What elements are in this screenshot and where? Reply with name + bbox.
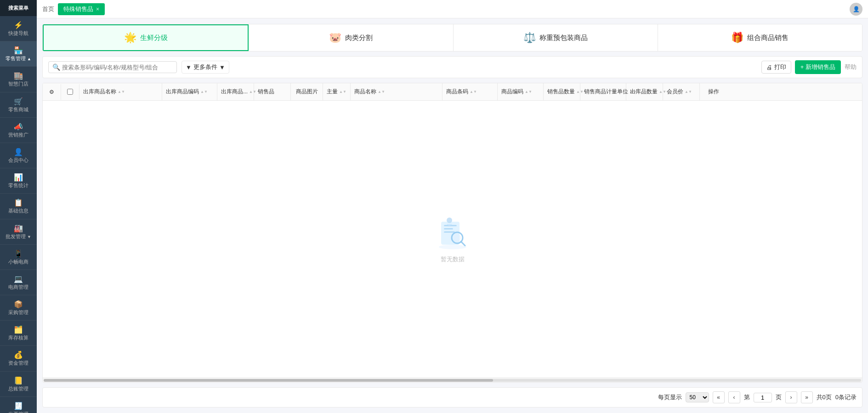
sidebar-item-stock-check[interactable]: 🗂️ 库存核算 [0, 321, 37, 346]
th-goods-img-label: 商品图片 [296, 88, 318, 96]
th-operation-label: 操作 [708, 88, 719, 96]
sidebar-item-label: 快捷导航 [2, 30, 35, 36]
sidebar-item-label: 发票管理 [2, 411, 35, 413]
sidebar-item-label: 批发管理 [6, 234, 26, 239]
sort-icon[interactable]: ▲▼ [378, 90, 385, 94]
sidebar-item-label: 零售商城 [2, 107, 35, 113]
sidebar-item-quick-nav[interactable]: ⚡ 快捷导航 [0, 16, 37, 41]
page-input[interactable] [754, 393, 772, 402]
sort-icon[interactable]: ▲▼ [525, 90, 532, 94]
table-scroll[interactable]: ⚙ 出库商品名称 ▲▼ 出库商品编码 ▲▼ 出库商品... [43, 83, 862, 101]
sort-icon[interactable]: ▲▼ [200, 90, 208, 94]
content-area: 🌟 生鲜分级 🐷 肉类分割 ⚖️ 称重预包装商品 🎁 组合商品销售 🔍 [37, 18, 868, 413]
main-content: 首页 特殊销售品 × 👤 🌟 生鲜分级 🐷 肉类分割 ⚖️ 称重预包装商品 [37, 0, 868, 413]
sidebar-item-retail-mall[interactable]: 🛒 零售商城 [0, 92, 37, 118]
quick-nav-icon: ⚡ [2, 21, 35, 29]
chevron-down-icon: ▼ [27, 235, 31, 239]
svg-point-0 [439, 245, 466, 249]
th-is-main-label: 主量 [327, 88, 338, 96]
help-button[interactable]: 帮助 [845, 63, 857, 71]
user-avatar[interactable]: 👤 [850, 3, 862, 16]
sidebar-item-ecom-mgmt[interactable]: 💻 电商管理 [0, 270, 37, 295]
sort-icon[interactable]: ▲▼ [470, 90, 477, 94]
topbar: 首页 特殊销售品 × 👤 [37, 0, 868, 18]
th-goods-name: 商品名称 ▲▼ [351, 83, 443, 100]
print-label: 打印 [774, 63, 786, 71]
th-sales-qty-label: 销售品数量 [547, 88, 575, 96]
svg-rect-3 [444, 228, 453, 229]
page-unit-label: 页 [776, 393, 782, 402]
active-tab[interactable]: 特殊销售品 × [58, 3, 105, 15]
cat-tab-label: 组合商品销售 [747, 34, 789, 42]
toolbar-right: 🖨 打印 + 新增销售品 帮助 [761, 60, 857, 74]
home-tab[interactable]: 首页 [42, 5, 54, 13]
sidebar-item-invoice-mgmt[interactable]: 🧾 发票管理 [0, 397, 37, 413]
add-sales-item-button[interactable]: + 新增销售品 [795, 60, 841, 74]
th-out-code-label: 出库商品编码 [166, 88, 199, 96]
sidebar-item-label: 小畅电商 [2, 259, 35, 265]
stock-check-icon: 🗂️ [2, 325, 35, 334]
th-goods-barcode: 商品条码 ▲▼ [443, 83, 498, 100]
sidebar-item-retail-stat[interactable]: 📊 零售统计 [0, 168, 37, 194]
sidebar-item-general-ledger[interactable]: 📒 总账管理 [0, 372, 37, 397]
sidebar-item-purchase-mgmt[interactable]: 📦 采购管理 [0, 295, 37, 321]
meat-cut-icon: 🐷 [329, 32, 341, 44]
sidebar-item-label: 资金管理 [2, 360, 35, 366]
th-check[interactable] [61, 84, 79, 99]
th-goods-code: 商品编码 ▲▼ [498, 83, 544, 100]
search-box[interactable]: 🔍 [48, 61, 177, 73]
first-page-button[interactable]: « [713, 391, 725, 403]
th-operation: 操作 [700, 83, 727, 100]
sidebar-item-member[interactable]: 👤 会员中心 [0, 143, 37, 168]
gear-settings-icon: ⚙ [49, 89, 54, 95]
per-page-select[interactable]: 50 100 200 [686, 392, 709, 402]
cat-tab-combo[interactable]: 🎁 组合商品销售 [658, 24, 862, 51]
smart-store-icon: 🏬 [2, 71, 35, 80]
table-header: ⚙ 出库商品名称 ▲▼ 出库商品编码 ▲▼ 出库商品... [43, 83, 862, 101]
finance-mgmt-icon: 💰 [2, 350, 35, 359]
cat-tab-weight-pack[interactable]: ⚖️ 称重预包装商品 [454, 24, 658, 51]
sort-icon[interactable]: ▲▼ [685, 90, 692, 94]
sidebar-item-label: 会员中心 [2, 157, 35, 163]
filter-button[interactable]: ▼ 更多条件 ▼ [182, 61, 229, 74]
close-tab-button[interactable]: × [96, 6, 99, 12]
active-tab-label: 特殊销售品 [63, 5, 93, 13]
sort-icon[interactable]: ▲▼ [339, 90, 346, 94]
th-gear[interactable]: ⚙ [43, 84, 61, 100]
cat-tab-fresh-grade[interactable]: 🌟 生鲜分级 [43, 24, 249, 51]
purchase-mgmt-icon: 📦 [2, 300, 35, 309]
sidebar-item-mini-store[interactable]: 📱 小畅电商 [0, 245, 37, 270]
th-sales-unit: 销售商品计量单位 ▲▼ [580, 83, 626, 100]
search-input[interactable] [62, 64, 172, 71]
sidebar-item-smart-store[interactable]: 🏬 智慧门店 [0, 67, 37, 92]
prev-page-button[interactable]: ‹ [728, 391, 740, 403]
th-sales-item-label: 销售品 [258, 88, 274, 96]
th-sales-unit-label: 销售商品计量单位 [584, 88, 628, 96]
th-out-name: 出库商品名称 ▲▼ [79, 83, 162, 100]
th-member-price: 会员价 ▲▼ [663, 83, 700, 100]
sidebar-item-wholesale-mgmt[interactable]: 🏭 批发管理 ▼ [0, 219, 37, 245]
combo-icon: 🎁 [731, 32, 743, 44]
sidebar-item-promo[interactable]: 📣 营销推广 [0, 118, 37, 143]
sidebar-item-label: 零售统计 [2, 183, 35, 189]
next-page-button[interactable]: › [785, 391, 797, 403]
sort-icon[interactable]: ▲▼ [118, 90, 125, 94]
last-page-button[interactable]: » [801, 391, 813, 403]
total-count-label: 0条记录 [835, 393, 857, 402]
search-icon: 🔍 [52, 63, 60, 71]
sidebar-item-retail-mgmt[interactable]: 🏪 零售管理 ▲ [0, 41, 37, 67]
sidebar-item-finance-mgmt[interactable]: 💰 资金管理 [0, 346, 37, 371]
cat-tab-meat-cut[interactable]: 🐷 肉类分割 [249, 24, 453, 51]
empty-illustration [432, 215, 473, 252]
horizontal-scrollbar[interactable] [43, 378, 862, 382]
sidebar-logo[interactable]: 搜索菜单 [0, 0, 37, 16]
scroll-thumb[interactable] [44, 379, 493, 382]
print-button[interactable]: 🖨 打印 [761, 61, 791, 74]
weight-pack-icon: ⚖️ [523, 32, 536, 44]
select-all-checkbox[interactable] [67, 89, 73, 95]
sidebar-item-label: 库存核算 [2, 335, 35, 341]
mini-store-icon: 📱 [2, 249, 35, 258]
sidebar-item-label: 智慧门店 [2, 81, 35, 87]
sidebar-item-basic-info[interactable]: 📋 基础信息 [0, 194, 37, 219]
per-page-label: 每页显示 [658, 393, 682, 402]
